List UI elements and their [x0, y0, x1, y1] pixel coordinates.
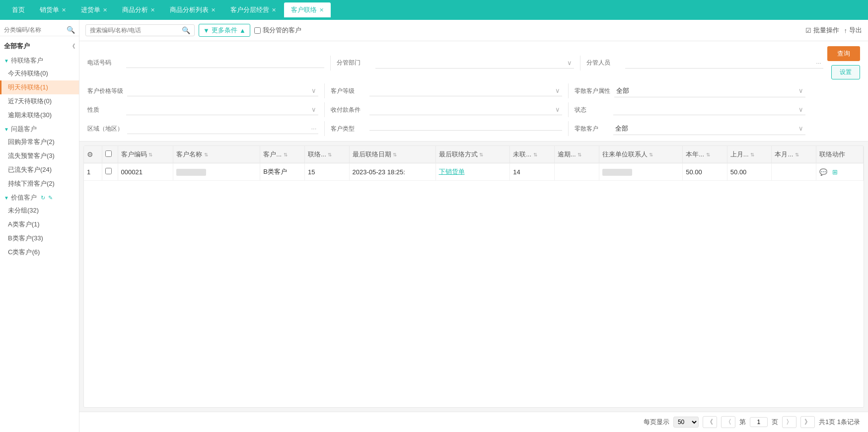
- nav-product-analysis-list[interactable]: 商品分析列表 ✕: [163, 2, 222, 17]
- sort-this-year-icon[interactable]: ⇅: [706, 152, 710, 157]
- sidebar-item-churn-warn[interactable]: 流失预警客户(3): [0, 149, 79, 163]
- sidebar-item-today[interactable]: 今天待联络(0): [0, 67, 79, 80]
- filter-dept-select[interactable]: ∨: [375, 58, 574, 69]
- nav-home[interactable]: 首页: [5, 2, 32, 17]
- sidebar-item-overdue[interactable]: 逾期未联络(30): [0, 108, 79, 122]
- sidebar-all-customers[interactable]: 全部客户 《: [0, 39, 79, 54]
- page-size-select[interactable]: 10 20 50 100: [673, 417, 699, 428]
- td-last-method[interactable]: 下销货单: [435, 163, 510, 181]
- export-button[interactable]: ↑ 导出: [844, 26, 863, 35]
- nav-product-analysis-list-close-icon[interactable]: ✕: [211, 7, 216, 13]
- sidebar-item-tomorrow[interactable]: 明天待联络(1): [0, 80, 79, 94]
- filter-divider-6: [568, 102, 569, 117]
- sort-overdue-icon[interactable]: ⇅: [578, 152, 581, 157]
- nav-product-analysis[interactable]: 商品分析 ✕: [115, 2, 162, 17]
- action-qr-icon[interactable]: ⊞: [832, 168, 838, 176]
- sidebar-item-class-a[interactable]: A类客户(1): [0, 217, 79, 231]
- page-number-input[interactable]: [750, 417, 768, 427]
- filter-retail-attr-arrow-icon: ∨: [798, 87, 803, 94]
- th-settings[interactable]: ⚙: [84, 146, 102, 163]
- th-last-method: 最后联络方式 ⇅: [435, 146, 510, 163]
- filter-panel: 电话号码 分管部门 ∨ 分管人员 ···: [79, 41, 868, 142]
- set-button[interactable]: 设置: [831, 65, 860, 79]
- filter-gender-label: 性质: [87, 106, 122, 114]
- sort-this-month-icon[interactable]: ⇅: [795, 152, 799, 157]
- sort-last-date-icon[interactable]: ⇅: [393, 152, 397, 157]
- filter-gender-select[interactable]: ∨: [126, 104, 318, 115]
- select-all-checkbox[interactable]: [105, 150, 112, 157]
- more-filter-button[interactable]: ▼ 更多条件 ▲: [199, 24, 250, 37]
- sidebar-item-abnormal-label: 回购异常客户(2): [8, 138, 55, 145]
- query-button[interactable]: 查询: [827, 46, 860, 61]
- filter-retail-customer-arrow-icon: ∨: [798, 125, 803, 132]
- sidebar-search-icon[interactable]: 🔍: [67, 26, 75, 34]
- nav-customer-contact-close-icon[interactable]: ✕: [319, 7, 324, 13]
- sort-last-method-icon[interactable]: ⇅: [479, 152, 483, 157]
- filter-customer-value-select[interactable]: ∨: [127, 85, 318, 96]
- row-checkbox[interactable]: [105, 168, 112, 174]
- nav-sales[interactable]: 销货单 ✕: [33, 2, 73, 17]
- filter-retail-customer-value: 全部: [615, 124, 628, 133]
- nav-customer-contact[interactable]: 客户联络 ✕: [284, 2, 331, 17]
- batch-operation-button[interactable]: ☑ 批量操作: [805, 26, 839, 35]
- sort-unit-contact-icon[interactable]: ⇅: [649, 152, 653, 157]
- filter-customer-type-select[interactable]: [369, 127, 562, 131]
- action-chat-icon[interactable]: 💬: [819, 168, 827, 176]
- nav-customer-tier-close-icon[interactable]: ✕: [272, 7, 276, 13]
- sort-level-icon[interactable]: ⇅: [284, 152, 288, 157]
- filter-area-select[interactable]: ···: [127, 123, 318, 134]
- sort-last-month-icon[interactable]: ⇅: [750, 152, 754, 157]
- td-overdue: [554, 163, 599, 181]
- nav-customer-contact-label: 客户联络: [291, 5, 317, 14]
- sort-contact-count-icon[interactable]: ⇅: [328, 152, 332, 157]
- td-index: 1: [84, 163, 102, 181]
- last-page-button[interactable]: 》: [800, 416, 815, 428]
- nav-customer-tier[interactable]: 客户分层经营 ✕: [223, 2, 283, 17]
- value-refresh-icon[interactable]: ↻: [41, 195, 45, 201]
- first-page-button[interactable]: 《: [703, 416, 717, 428]
- sidebar-item-7days[interactable]: 近7天待联络(0): [0, 94, 79, 108]
- filter-customer-level-select[interactable]: ∨: [369, 85, 562, 96]
- filter-row-3: 性质 ∨ 收付款条件 ∨ 状态 ∨: [87, 102, 860, 117]
- sidebar-item-class-b[interactable]: B类客户(33): [0, 231, 79, 245]
- filter-person-select[interactable]: ···: [625, 58, 823, 69]
- sort-no-contact-icon[interactable]: ⇅: [533, 152, 537, 157]
- my-customers-checkbox[interactable]: [254, 27, 261, 34]
- nav-product-analysis-list-label: 商品分析列表: [170, 5, 209, 14]
- toolbar-right: ☑ 批量操作 ↑ 导出: [805, 26, 863, 35]
- search-wrap[interactable]: 🔍: [85, 24, 195, 36]
- nav-product-analysis-close-icon[interactable]: ✕: [150, 7, 155, 13]
- filter-phone-input[interactable]: [126, 58, 324, 68]
- filter-area-dots-icon: ···: [311, 125, 316, 132]
- td-checkbox[interactable]: [102, 163, 118, 181]
- th-checkbox[interactable]: [102, 146, 118, 163]
- nav-product-analysis-label: 商品分析: [122, 5, 148, 14]
- nav-sales-close-icon[interactable]: ✕: [62, 7, 66, 13]
- filter-retail-customer-select[interactable]: 全部 ∨: [613, 123, 805, 135]
- my-customers-checkbox-label[interactable]: 我分管的客户: [254, 26, 301, 35]
- filter-payment-select[interactable]: ∨: [369, 104, 562, 115]
- settings-icon[interactable]: ⚙: [87, 150, 93, 158]
- next-page-button[interactable]: 〉: [782, 416, 796, 428]
- prev-page-button[interactable]: 〈: [721, 416, 735, 428]
- value-edit-icon[interactable]: ✎: [48, 195, 53, 201]
- sidebar-search-input[interactable]: [4, 26, 67, 33]
- nav-purchase-close-icon[interactable]: ✕: [103, 7, 107, 13]
- sort-name-icon[interactable]: ⇅: [204, 152, 208, 157]
- row-code: 000021: [121, 168, 143, 176]
- sidebar-item-churned[interactable]: 已流失客户(24): [0, 163, 79, 177]
- sidebar-item-class-c[interactable]: C类客户(6): [0, 245, 79, 259]
- th-level: 客户... ⇅: [260, 146, 305, 163]
- sidebar-item-declining[interactable]: 持续下滑客户(2): [0, 177, 79, 191]
- top-navigation: 首页 销货单 ✕ 进货单 ✕ 商品分析 ✕ 商品分析列表 ✕ 客户分层经营 ✕ …: [0, 0, 868, 20]
- search-input[interactable]: [90, 27, 182, 34]
- filter-status-select[interactable]: ∨: [613, 104, 805, 115]
- sort-code-icon[interactable]: ⇅: [148, 152, 152, 157]
- th-this-month: 本月... ⇅: [772, 146, 816, 163]
- filter-retail-attr-select[interactable]: 全部 ∨: [614, 85, 805, 97]
- sidebar-item-ungrouped[interactable]: 未分组(32): [0, 204, 79, 217]
- sidebar-item-abnormal[interactable]: 回购异常客户(2): [0, 135, 79, 149]
- sidebar-search-wrap[interactable]: 🔍: [0, 24, 79, 36]
- nav-purchase[interactable]: 进货单 ✕: [74, 2, 114, 17]
- search-submit-icon[interactable]: 🔍: [182, 26, 190, 34]
